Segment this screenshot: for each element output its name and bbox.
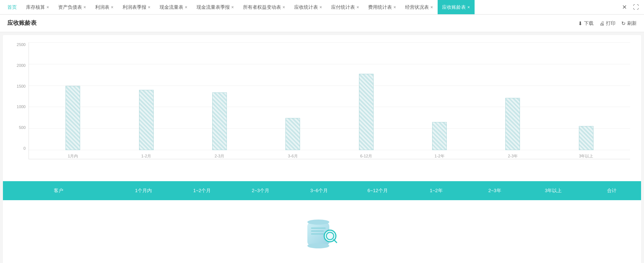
tab-close-ap-stats[interactable]: × — [356, 5, 359, 10]
tab-close-inventory[interactable]: × — [46, 5, 49, 10]
tab-label-cashflow-quarterly: 现金流量表季报 — [196, 4, 230, 11]
th-1month: 1个月内 — [114, 187, 173, 194]
x-axis-label: 2-3月 — [212, 153, 227, 159]
tab-close-income-quarterly[interactable]: × — [148, 5, 150, 10]
th-1-2month: 1~2个月 — [173, 187, 231, 194]
svg-rect-3 — [311, 228, 326, 229]
tab-label-ap-stats: 应付统计表 — [331, 4, 355, 11]
svg-point-9 — [307, 220, 329, 225]
tab-label-ar-aging: 应收账龄表 — [442, 4, 466, 11]
x-axis-label: 1-2年 — [432, 153, 447, 159]
tab-label-ar-stats: 应收统计表 — [294, 4, 318, 11]
svg-rect-5 — [311, 233, 325, 235]
x-axis-labels: 1月内1-2月2-3月3-6月6-12月1-2年2-3年3年以上 — [29, 153, 630, 159]
tab-close-ar-stats[interactable]: × — [319, 5, 322, 10]
window-close-button[interactable]: ✕ — [619, 2, 629, 12]
x-axis-label: 1月内 — [65, 153, 80, 159]
tab-label-income: 利润表 — [95, 4, 109, 11]
y-axis-label: 2000 — [17, 63, 26, 68]
tab-close-cashflow-quarterly[interactable]: × — [231, 5, 234, 10]
print-button[interactable]: 🖨 打印 — [599, 20, 615, 27]
download-button[interactable]: ⬇ 下载 — [578, 20, 594, 27]
tab-income-quarterly[interactable]: 利润表季报× — [118, 0, 155, 15]
tab-expense-stats[interactable]: 费用统计表× — [364, 0, 401, 15]
tab-inventory[interactable]: 库存核算× — [22, 0, 54, 15]
tab-close-expense-stats[interactable]: × — [393, 5, 396, 10]
print-label: 打印 — [606, 20, 615, 27]
window-maximize-button[interactable]: ⛶ — [631, 2, 641, 12]
tab-close-ar-aging[interactable]: × — [467, 5, 470, 10]
download-label: 下载 — [584, 20, 594, 27]
th-6-12month: 6~12个月 — [348, 187, 407, 194]
bars-area — [29, 42, 630, 150]
main-content: 25002000150010005000 1月内1-2月2-3月3-6月6-12… — [3, 35, 641, 263]
x-axis-label: 3年以上 — [579, 153, 594, 159]
tab-label-cashflow: 现金流量表 — [160, 4, 183, 11]
y-axis-label: 1500 — [17, 84, 26, 88]
empty-state — [3, 200, 641, 263]
tab-label-income-quarterly: 利润表季报 — [123, 4, 146, 11]
bar-group — [139, 90, 154, 150]
tab-ap-stats[interactable]: 应付统计表× — [327, 0, 364, 15]
table-header: 客户1个月内1~2个月2~3个月3~6个月6~12个月1~2年2~3年3年以上合… — [3, 181, 641, 200]
svg-point-10 — [307, 243, 329, 248]
refresh-label: 刷新 — [627, 20, 637, 27]
tab-operations[interactable]: 经营状况表× — [401, 0, 438, 15]
download-icon: ⬇ — [578, 20, 583, 26]
chart-area: 25002000150010005000 1月内1-2月2-3月3-6月6-12… — [3, 35, 641, 181]
th-total: 合计 — [583, 187, 641, 194]
th-3-6month: 3~6个月 — [290, 187, 348, 194]
tab-cashflow[interactable]: 现金流量表× — [155, 0, 192, 15]
tab-label-balance-sheet: 资产负债表 — [58, 4, 82, 11]
bar-group — [212, 92, 227, 150]
chart-container: 25002000150010005000 1月内1-2月2-3月3-6月6-12… — [14, 42, 630, 159]
chart-plot: 1月内1-2月2-3月3-6月6-12月1-2年2-3年3年以上 — [29, 42, 630, 159]
tab-label-operations: 经营状况表 — [405, 4, 429, 11]
tab-income[interactable]: 利润表× — [91, 0, 118, 15]
bar-group — [579, 126, 594, 150]
bar-1-2年 — [432, 122, 447, 150]
y-axis-label: 1000 — [17, 104, 26, 109]
y-axis-label: 500 — [19, 125, 26, 130]
bar-group — [359, 74, 374, 150]
x-axis-label: 1-2月 — [139, 153, 154, 159]
tab-close-income[interactable]: × — [111, 5, 113, 10]
bar-2-3月 — [212, 92, 227, 150]
bar-2-3年 — [505, 98, 520, 150]
tab-close-operations[interactable]: × — [430, 5, 433, 10]
tab-bar: 首页 库存核算×资产负债表×利润表×利润表季报×现金流量表×现金流量表季报×所有… — [0, 0, 644, 15]
y-axis-label: 0 — [23, 146, 26, 150]
header-actions: ⬇ 下载 🖨 打印 ↻ 刷新 — [578, 20, 637, 27]
page-title: 应收账龄表 — [7, 19, 37, 27]
svg-line-8 — [334, 240, 337, 243]
tab-close-cashflow[interactable]: × — [185, 5, 187, 10]
tab-ar-aging[interactable]: 应收账龄表× — [438, 0, 475, 15]
tab-home[interactable]: 首页 — [3, 0, 22, 15]
tab-balance-sheet[interactable]: 资产负债表× — [54, 0, 91, 15]
bar-group — [432, 122, 447, 150]
refresh-icon: ↻ — [621, 20, 626, 26]
bar-group — [505, 98, 520, 150]
x-axis-label: 3-6月 — [285, 153, 300, 159]
tab-label-expense-stats: 费用统计表 — [368, 4, 392, 11]
th-2-3month: 2~3个月 — [231, 187, 290, 194]
tab-cashflow-quarterly[interactable]: 现金流量表季报× — [192, 0, 239, 15]
refresh-button[interactable]: ↻ 刷新 — [621, 20, 637, 27]
x-axis-label: 6-12月 — [359, 153, 374, 159]
tab-close-balance-sheet[interactable]: × — [83, 5, 86, 10]
tab-ar-stats[interactable]: 应收统计表× — [290, 0, 327, 15]
bar-group — [65, 86, 80, 150]
th-1-2year: 1~2年 — [407, 187, 465, 194]
bar-6-12月 — [359, 74, 374, 150]
tab-label-equity: 所有者权益变动表 — [243, 4, 281, 11]
bar-1月内 — [65, 86, 80, 150]
tab-close-equity[interactable]: × — [282, 5, 285, 10]
page-header: 应收账龄表 ⬇ 下载 🖨 打印 ↻ 刷新 — [0, 15, 644, 32]
tab-equity[interactable]: 所有者权益变动表× — [239, 0, 290, 15]
th-customer: 客户 — [3, 187, 114, 194]
th-2-3year: 2~3年 — [465, 187, 524, 194]
y-axis: 25002000150010005000 — [14, 42, 29, 159]
bar-3-6月 — [285, 118, 300, 150]
th-3year-plus: 3年以上 — [524, 187, 583, 194]
bar-1-2月 — [139, 90, 154, 150]
